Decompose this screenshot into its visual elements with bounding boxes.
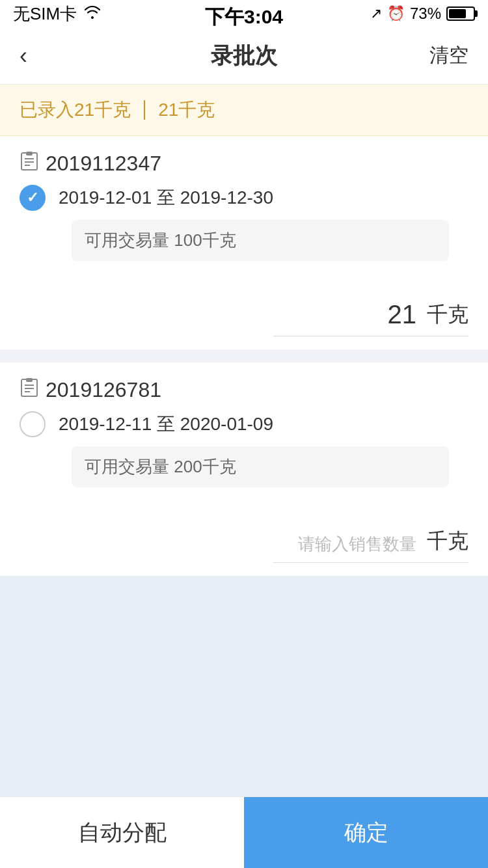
auto-assign-button[interactable]: 自动分配 xyxy=(0,797,244,868)
wifi-icon xyxy=(83,5,102,23)
svg-rect-6 xyxy=(26,378,33,382)
batch-item-2: 2019126781 2019-12-11 至 2020-01-09 可用交易量… xyxy=(0,362,488,576)
batch-id-icon-2 xyxy=(20,378,39,402)
status-bar: 无SIM卡 下午3:04 ↗ ⏰ 73% xyxy=(0,0,488,27)
status-right: ↗ ⏰ 73% xyxy=(370,5,475,23)
confirm-button[interactable]: 确定 xyxy=(244,797,488,868)
nav-bar: ‹ 录批次 清空 xyxy=(0,27,488,85)
batch-radio-2[interactable] xyxy=(20,411,46,437)
quantity-unit-2: 千克 xyxy=(427,527,468,556)
batch-radio-1[interactable] xyxy=(20,185,46,211)
quantity-unit-1: 千克 xyxy=(427,301,468,329)
content-area: 2019112347 2019-12-01 至 2019-12-30 可用交易量… xyxy=(0,136,488,868)
time-display: 下午3:04 xyxy=(205,4,283,31)
quantity-row-1: 千克 xyxy=(0,290,488,336)
batch-date-row-2: 2019-12-11 至 2020-01-09 xyxy=(20,411,468,437)
batch-divider xyxy=(0,349,488,362)
banner-divider xyxy=(144,100,145,120)
batch-id-icon-1 xyxy=(20,152,39,176)
batch-date-text-1: 2019-12-01 至 2019-12-30 xyxy=(59,185,273,210)
page-title: 录批次 xyxy=(211,41,277,71)
battery-icon xyxy=(446,7,475,21)
alarm-icon: ⏰ xyxy=(387,5,405,22)
clear-button[interactable]: 清空 xyxy=(429,42,468,69)
quantity-input-1[interactable] xyxy=(286,300,416,329)
info-banner: 已录入21千克 21千克 xyxy=(0,85,488,136)
batch-date-text-2: 2019-12-11 至 2020-01-09 xyxy=(59,412,273,437)
batch-id-text-1: 2019112347 xyxy=(46,152,161,176)
batch-date-row-1: 2019-12-01 至 2019-12-30 xyxy=(20,185,468,211)
recorded-value: 21千克 xyxy=(158,98,215,122)
status-left: 无SIM卡 xyxy=(13,3,102,25)
back-button[interactable]: ‹ xyxy=(20,42,27,70)
batch-available-2: 可用交易量 200千克 xyxy=(72,446,449,487)
batch-id-text-2: 2019126781 xyxy=(46,378,161,402)
carrier-text: 无SIM卡 xyxy=(13,3,77,25)
batch-id-row-1: 2019112347 xyxy=(20,152,468,176)
bottom-bar: 自动分配 确定 xyxy=(0,796,488,868)
batch-item-1: 2019112347 2019-12-01 至 2019-12-30 可用交易量… xyxy=(0,136,488,349)
quantity-input-2[interactable] xyxy=(286,526,416,556)
battery-percent: 73% xyxy=(410,5,441,23)
batch-id-row-2: 2019126781 xyxy=(20,378,468,402)
location-icon: ↗ xyxy=(370,5,382,22)
quantity-row-2: 千克 xyxy=(0,516,488,562)
recorded-amount: 已录入21千克 xyxy=(20,98,131,122)
svg-rect-1 xyxy=(26,152,33,156)
batch-available-1: 可用交易量 100千克 xyxy=(72,220,449,261)
